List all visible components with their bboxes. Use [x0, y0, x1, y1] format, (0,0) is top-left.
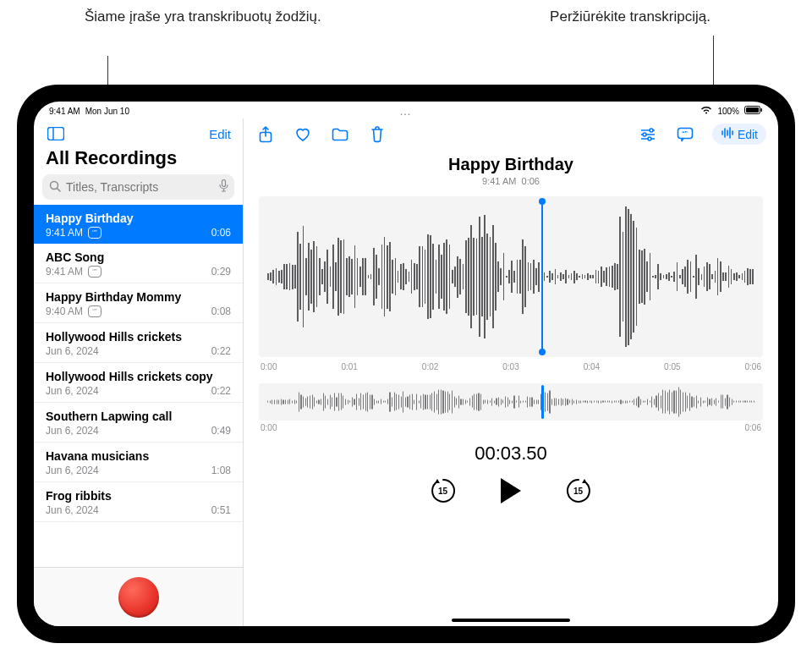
svg-rect-7	[222, 180, 226, 187]
recording-row-title: Southern Lapwing call	[46, 410, 231, 423]
playhead[interactable]	[541, 201, 543, 352]
recording-row-time: Jun 6, 2024	[46, 345, 99, 357]
recording-row-duration: 0:22	[211, 345, 231, 357]
recording-row-duration: 0:51	[211, 504, 231, 516]
status-time: 9:41 AM	[49, 107, 80, 116]
recording-row-title: Hollywood Hills crickets copy	[46, 370, 231, 383]
svg-point-10	[650, 129, 653, 132]
recording-row-title: Happy Birthday	[46, 212, 231, 225]
recording-row[interactable]: Hollywood Hills cricketsJun 6, 20240:22	[34, 323, 243, 363]
sidebar-edit-button[interactable]: Edit	[209, 127, 231, 141]
mic-icon[interactable]	[219, 179, 228, 195]
home-indicator	[452, 619, 570, 622]
recording-row-time: Jun 6, 2024	[46, 425, 99, 437]
recording-row-time: 9:41 AM	[46, 227, 83, 239]
record-button[interactable]	[118, 577, 159, 618]
svg-rect-1	[746, 107, 759, 113]
record-area	[34, 567, 243, 626]
recording-row-time: Jun 6, 2024	[46, 385, 99, 397]
battery-percent: 100%	[717, 107, 739, 116]
ipad-frame: 9:41 AM Mon Jun 10 … 100%	[17, 85, 795, 643]
svg-text:15: 15	[438, 487, 448, 496]
recording-row-time: 9:41 AM	[46, 266, 83, 278]
recording-row-title: Havana musicians	[46, 449, 231, 463]
recording-row-title: ABC Song	[46, 250, 231, 264]
svg-text:“”: “”	[682, 130, 688, 136]
recording-row-duration: 0:08	[211, 305, 231, 317]
sidebar: Edit All Recordings Happy Birthday9:41 A…	[34, 118, 244, 626]
svg-text:15: 15	[573, 487, 584, 496]
waveform-overview[interactable]	[259, 383, 763, 421]
recording-row[interactable]: Happy Birthday9:41 AM“”0:06	[34, 205, 243, 244]
recording-row[interactable]: Frog ribbitsJun 6, 20240:51	[34, 482, 243, 522]
recording-row[interactable]: ABC Song9:41 AM“”0:29	[34, 244, 243, 283]
trash-icon[interactable]	[367, 124, 387, 145]
battery-icon	[744, 106, 763, 116]
recording-row-title: Happy Birthday Mommy	[46, 290, 231, 304]
skip-back-15-button[interactable]: 15	[429, 476, 458, 505]
skip-forward-15-button[interactable]: 15	[564, 476, 593, 505]
status-date: Mon Jun 10	[85, 107, 129, 116]
recording-title: Happy Birthday	[244, 155, 778, 174]
play-button[interactable]	[498, 476, 524, 505]
search-field[interactable]	[42, 174, 234, 200]
recording-row-time: Jun 6, 2024	[46, 465, 99, 476]
transcript-badge-icon: “”	[88, 305, 102, 317]
recording-row[interactable]: Havana musiciansJun 6, 20241:08	[34, 443, 243, 482]
overview-playhead[interactable]	[541, 385, 544, 419]
share-icon[interactable]	[255, 124, 276, 145]
tick-label: 0:06	[745, 362, 761, 371]
edit-label: Edit	[738, 128, 758, 141]
recording-row-time: Jun 6, 2024	[46, 504, 99, 516]
recording-row-duration: 0:49	[211, 425, 231, 437]
svg-point-14	[648, 137, 651, 140]
recording-row[interactable]: Hollywood Hills crickets copyJun 6, 2024…	[34, 363, 243, 403]
status-bar: 9:41 AM Mon Jun 10 … 100%	[34, 102, 778, 118]
svg-rect-3	[48, 128, 64, 140]
svg-rect-2	[761, 108, 763, 112]
svg-point-12	[643, 133, 646, 136]
recording-row[interactable]: Happy Birthday Mommy9:40 AM“”0:08	[34, 283, 243, 323]
timecode: 00:03.50	[244, 443, 778, 465]
tick-label: 0:05	[664, 362, 680, 371]
recording-row-duration: 1:08	[211, 465, 231, 476]
callout-transcript-badge: Šiame įraše yra transkribuotų žodžių.	[85, 8, 321, 93]
tick-label: 0:04	[584, 362, 600, 371]
recording-subtitle: 9:41 AM 0:06	[244, 176, 778, 186]
svg-line-6	[58, 188, 61, 191]
tick-label: 0:01	[341, 362, 357, 371]
waveform-icon	[721, 127, 734, 141]
edit-button[interactable]: Edit	[712, 124, 766, 145]
recording-row-duration: 0:22	[211, 385, 231, 397]
recording-row-title: Hollywood Hills crickets	[46, 330, 231, 344]
sidebar-toggle-icon[interactable]	[46, 124, 66, 144]
status-more-icon: …	[399, 104, 413, 118]
timeline-ticks: 0:000:010:020:030:040:050:06	[244, 357, 778, 371]
search-icon	[49, 180, 61, 195]
folder-icon[interactable]	[330, 124, 350, 145]
transcript-icon[interactable]: “”	[675, 124, 695, 145]
tick-label: 0:02	[422, 362, 438, 371]
sidebar-title: All Recordings	[34, 146, 243, 174]
recording-row[interactable]: Southern Lapwing callJun 6, 20240:49	[34, 403, 243, 443]
callout-view-transcript: Peržiūrėkite transkripciją.	[550, 8, 710, 93]
recording-row-time: 9:40 AM	[46, 305, 83, 317]
overview-range: 0:00 0:06	[244, 421, 778, 432]
favorite-icon[interactable]	[293, 124, 313, 145]
main-panel: “” Edit Happy Birthday 9:41 AM 0:06	[244, 118, 778, 626]
tick-label: 0:03	[502, 362, 518, 371]
search-input[interactable]	[66, 180, 214, 194]
recordings-list: Happy Birthday9:41 AM“”0:06ABC Song9:41 …	[34, 205, 243, 567]
waveform-large[interactable]	[259, 196, 763, 357]
screen: 9:41 AM Mon Jun 10 … 100%	[34, 102, 778, 626]
transcript-badge-icon: “”	[88, 227, 102, 239]
wifi-icon	[700, 106, 712, 116]
tick-label: 0:00	[261, 362, 277, 371]
options-icon[interactable]	[638, 124, 658, 145]
transcript-badge-icon: “”	[88, 266, 102, 278]
recording-row-duration: 0:06	[211, 227, 231, 239]
recording-row-duration: 0:29	[211, 266, 231, 278]
recording-row-title: Frog ribbits	[46, 489, 231, 503]
